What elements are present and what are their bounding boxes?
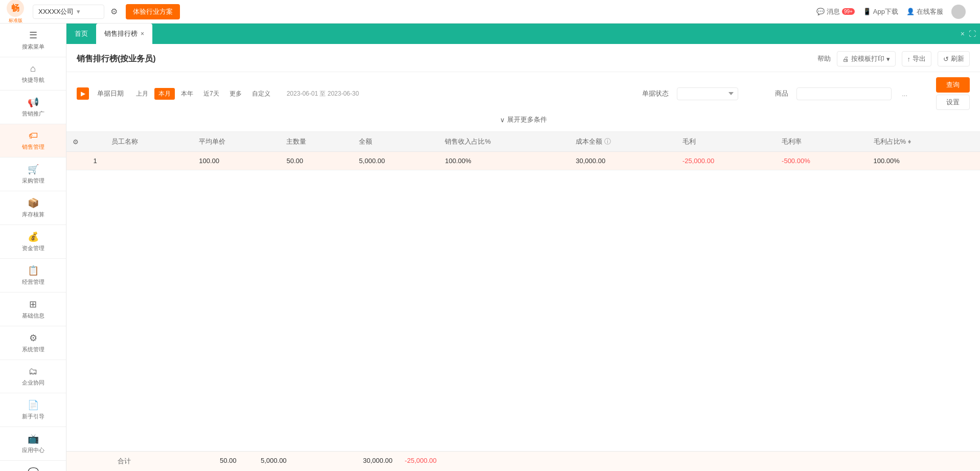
footer-amount: 5,000.00: [255, 457, 295, 466]
online-service-button[interactable]: 👤 在线客服: [906, 7, 943, 16]
date-filter-label: 单据日期: [97, 89, 124, 98]
row-settings-cell: [66, 152, 85, 170]
guide-icon: 📄: [28, 399, 39, 411]
last-month-button[interactable]: 上月: [132, 88, 152, 100]
export-label: 导出: [913, 54, 926, 63]
col-cost-amount-label: 成本全额: [576, 138, 602, 145]
col-avg-price-label: 平均单价: [199, 138, 225, 145]
message-icon: 💬: [816, 8, 825, 15]
sidebar-item-finance[interactable]: 💰 资金管理: [0, 225, 66, 259]
col-settings[interactable]: ⚙: [66, 132, 85, 152]
help-button[interactable]: 帮助: [817, 54, 831, 63]
window-close-icon[interactable]: ×: [961, 30, 965, 38]
headset-icon: 👤: [906, 8, 915, 15]
template-print-button[interactable]: 🖨 按模板打印 ▾: [837, 51, 896, 66]
query-button[interactable]: 查询: [936, 77, 970, 93]
row-avg-price-cell: 100.00: [193, 152, 280, 170]
row-sales-pct-cell: 100.00%: [439, 152, 569, 170]
print-icon: 🖨: [842, 55, 849, 63]
trial-button[interactable]: 体验行业方案: [126, 4, 180, 19]
sidebar-item-enterprise[interactable]: 🗂 企业协同: [0, 360, 66, 393]
footer-qty: 50.00: [214, 457, 255, 466]
col-gross-pct: 毛利占比% ♦: [868, 132, 980, 152]
more-date-button[interactable]: 更多: [225, 88, 246, 100]
row-amount-cell: 5,000.00: [353, 152, 439, 170]
sidebar-item-quicknav[interactable]: ⌂ 快捷导航: [0, 57, 66, 91]
messages-button[interactable]: 💬 消息 99+: [816, 7, 855, 16]
sidebar-item-purchase[interactable]: 🛒 采购管理: [0, 158, 66, 191]
message-badge: 99+: [842, 8, 855, 15]
chevron-down-icon: ▾: [77, 8, 80, 15]
sidebar-item-operations[interactable]: 📋 经营管理: [0, 259, 66, 293]
export-button[interactable]: ↑ 导出: [902, 51, 932, 66]
status-filter-label: 单据状态: [642, 89, 669, 98]
col-qty-label: 主数量: [286, 138, 306, 145]
row-rank-cell: 1: [85, 152, 105, 170]
goods-input[interactable]: [796, 87, 892, 100]
sidebar-label-system: 系统管理: [22, 346, 44, 353]
sidebar-label-guide: 新手引导: [22, 413, 44, 420]
operations-icon: 📋: [28, 265, 39, 276]
table-row: 1 100.00 50.00 5,000.00 100.00% 30,000.0…: [66, 152, 980, 170]
row-qty-cell: 50.00: [280, 152, 353, 170]
app-download-label: App下载: [873, 7, 898, 16]
app-download-button[interactable]: 📱 App下载: [863, 7, 898, 16]
collapse-arrow-button[interactable]: ▶: [77, 87, 89, 100]
sidebar-item-app-center[interactable]: 📺 应用中心: [0, 427, 66, 461]
col-gross-profit: 毛利: [676, 132, 776, 152]
sidebar-item-system[interactable]: ⚙ 系统管理: [0, 326, 66, 360]
sidebar-label-finance: 资金管理: [22, 244, 44, 252]
sidebar-item-basic-info[interactable]: ⊞ 基础信息: [0, 293, 66, 326]
wechat-icon: 💬: [28, 467, 39, 471]
last7days-button[interactable]: 近7天: [199, 88, 223, 100]
row-gross-profit-cell: -25,000.00: [676, 152, 776, 170]
sidebar-item-marketing[interactable]: 📢 营销推广: [0, 91, 66, 124]
sidebar-item-wechat[interactable]: 💬 企业微信: [0, 461, 66, 471]
sidebar-item-search[interactable]: ☰ 搜索菜单: [0, 24, 66, 57]
footer-rank-col: [91, 457, 111, 466]
finance-icon: 💰: [28, 231, 39, 242]
export-icon: ↑: [907, 55, 911, 63]
user-avatar[interactable]: [951, 5, 966, 19]
inventory-icon: 📦: [28, 197, 39, 209]
status-select[interactable]: [677, 87, 738, 100]
custom-date-button[interactable]: 自定义: [248, 88, 275, 100]
current-month-button[interactable]: 本月: [154, 88, 175, 100]
message-label: 消息: [827, 7, 840, 16]
expand-conditions-label: 展开更多条件: [507, 115, 547, 124]
refresh-button[interactable]: ↺ 刷新: [938, 51, 970, 66]
app-center-icon: 📺: [28, 433, 39, 444]
footer-cost-amount: 30,000.00: [357, 457, 399, 466]
sidebar-item-sales[interactable]: 🏷 销售管理: [0, 124, 66, 158]
tab-home[interactable]: 首页: [66, 24, 96, 44]
expand-conditions-button[interactable]: ∨ 展开更多条件: [77, 113, 970, 126]
current-year-button[interactable]: 本年: [177, 88, 197, 100]
sidebar-label-marketing: 营销推广: [22, 110, 44, 118]
status-select-wrapper[interactable]: [677, 87, 738, 100]
col-employee-name-label: 员工名称: [111, 138, 138, 145]
gross-pct-icon: ♦: [908, 138, 911, 145]
company-selector[interactable]: XXXXX公司 ▾: [33, 5, 104, 19]
settings-button[interactable]: 设置: [936, 95, 970, 110]
footer-gross-pct: [484, 457, 525, 466]
window-maximize-icon[interactable]: ⛶: [969, 30, 976, 38]
gear-settings-button[interactable]: ⚙: [108, 5, 120, 18]
sidebar-label-enterprise: 企业协同: [22, 379, 44, 387]
col-employee-name: 员工名称: [105, 132, 193, 152]
sidebar-label-search: 搜索菜单: [22, 43, 44, 51]
date-range-display: 2023-06-01 至 2023-06-30: [287, 89, 359, 98]
tab-close-icon[interactable]: ×: [141, 30, 144, 37]
goods-more-button[interactable]: ...: [900, 90, 909, 98]
tab-sales-ranking[interactable]: 销售排行榜 ×: [96, 24, 152, 44]
sidebar-label-basic-info: 基础信息: [22, 312, 44, 320]
footer-avg-price: [163, 457, 214, 466]
table-settings-icon[interactable]: ⚙: [73, 138, 79, 146]
sidebar-item-guide[interactable]: 📄 新手引导: [0, 393, 66, 427]
date-filter-group: 上月 本月 本年 近7天 更多 自定义: [132, 88, 275, 100]
row-gross-rate-cell: -500.00%: [776, 152, 867, 170]
sidebar-item-inventory[interactable]: 📦 库存核算: [0, 191, 66, 225]
marketing-icon: 📢: [28, 97, 39, 108]
cost-info-icon[interactable]: ⓘ: [604, 138, 611, 145]
row-cost-amount-cell: 30,000.00: [569, 152, 676, 170]
page-title: 销售排行榜(按业务员): [77, 54, 156, 64]
